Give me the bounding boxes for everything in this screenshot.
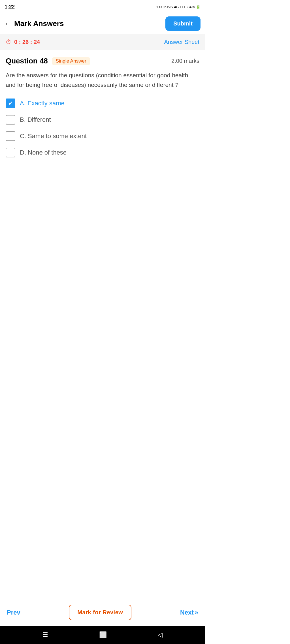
back-button[interactable]: ← xyxy=(5,20,11,27)
question-text: Are the answers for the questions (condi… xyxy=(6,70,199,89)
content-spacer xyxy=(0,382,205,599)
battery-percent: 84% xyxy=(187,5,195,9)
android-nav-bar: ☰ ⬜ ◁ xyxy=(0,626,205,644)
network-speed: 1.00 KB/S xyxy=(156,5,173,9)
question-area: Question 48 Single Answer 2.00 marks Are… xyxy=(0,50,205,382)
status-icons: 1.00 KB/S 4G LTE 84% 🔋 xyxy=(156,5,201,9)
android-menu-icon[interactable]: ☰ xyxy=(42,631,48,639)
header: ← Mark Answers Submit xyxy=(0,14,205,34)
mark-review-button[interactable]: Mark for Review xyxy=(69,605,131,620)
option-c-label: C. Same to some extent xyxy=(20,132,87,140)
answer-sheet-link[interactable]: Answer Sheet xyxy=(164,39,199,45)
options-list: A. Exactly same B. Different C. Same to … xyxy=(6,99,199,157)
option-d-label: D. None of these xyxy=(20,149,67,156)
checkbox-d[interactable] xyxy=(6,148,15,157)
prev-button[interactable]: Prev xyxy=(7,609,20,616)
bottom-nav: Prev Mark for Review Next » xyxy=(0,599,205,626)
timer-icon: ⏱ xyxy=(6,39,11,45)
android-back-icon[interactable]: ◁ xyxy=(158,631,163,639)
option-a[interactable]: A. Exactly same xyxy=(6,99,199,108)
question-number: Question 48 xyxy=(6,57,48,65)
checkbox-b[interactable] xyxy=(6,115,15,125)
checkbox-a[interactable] xyxy=(6,99,15,108)
next-label: Next xyxy=(180,609,194,616)
status-time: 1:22 xyxy=(5,4,15,10)
header-left: ← Mark Answers xyxy=(5,19,64,28)
android-home-icon[interactable]: ⬜ xyxy=(99,631,107,639)
page-title: Mark Answers xyxy=(14,19,64,28)
option-b-label: B. Different xyxy=(20,116,51,123)
timer-text: 0 : 26 : 24 xyxy=(14,39,40,45)
marks-text: 2.00 marks xyxy=(171,58,199,64)
timer-left: ⏱ 0 : 26 : 24 xyxy=(6,39,40,45)
network-type: 4G LTE xyxy=(174,5,186,9)
option-a-label: A. Exactly same xyxy=(20,100,65,107)
option-d[interactable]: D. None of these xyxy=(6,148,199,157)
option-c[interactable]: C. Same to some extent xyxy=(6,131,199,141)
checkbox-c[interactable] xyxy=(6,131,15,141)
question-header: Question 48 Single Answer 2.00 marks xyxy=(6,57,199,65)
question-header-left: Question 48 Single Answer xyxy=(6,57,90,65)
next-button[interactable]: Next » xyxy=(180,609,198,616)
battery-icon: 🔋 xyxy=(196,5,201,9)
timer-bar: ⏱ 0 : 26 : 24 Answer Sheet xyxy=(0,34,205,50)
submit-button[interactable]: Submit xyxy=(165,16,201,31)
question-type-badge: Single Answer xyxy=(52,57,90,65)
next-icon: » xyxy=(195,609,198,616)
status-bar: 1:22 1.00 KB/S 4G LTE 84% 🔋 xyxy=(0,0,205,14)
option-b[interactable]: B. Different xyxy=(6,115,199,125)
